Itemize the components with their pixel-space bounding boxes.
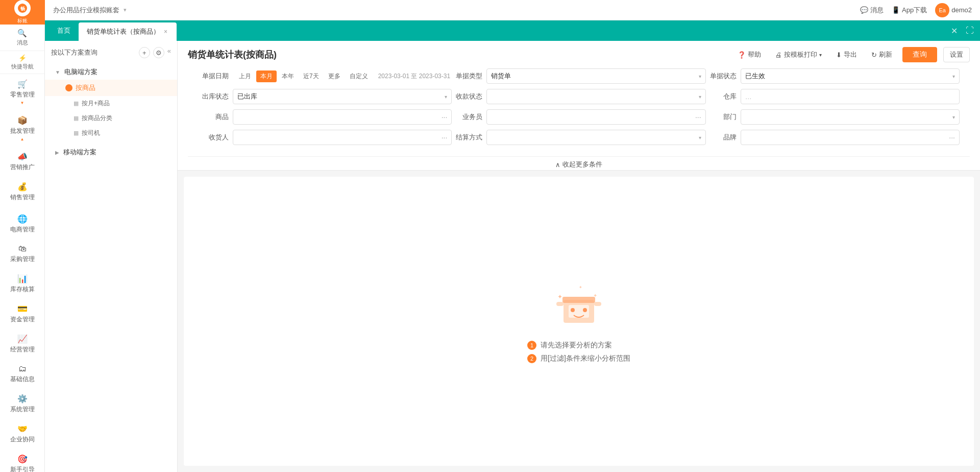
message-btn[interactable]: 💬 消息 [860, 6, 884, 15]
user-btn[interactable]: Ea demo2 [935, 3, 972, 17]
tab-home[interactable]: 首页 [49, 20, 79, 41]
window-expand-btn[interactable]: ⛶ [964, 24, 976, 37]
mobile-scheme-group: ▶ 移动端方案 [45, 143, 177, 162]
goods-dots[interactable]: ··· [442, 113, 448, 121]
filter-doc-status: 单据状态 已生效 ▾ [706, 68, 960, 84]
sidebar-item-system[interactable]: ⚙️ 系统管理 [0, 389, 44, 419]
doc-type-input[interactable]: 销货单 ▾ [486, 68, 705, 84]
window-close-btn[interactable]: ✕ [949, 24, 960, 38]
sidebar-item-newuser[interactable]: 🎯 新手引导 [0, 449, 44, 472]
date-custom-btn[interactable]: 自定义 [346, 70, 372, 82]
industry-dropdown[interactable]: ▾ [124, 7, 127, 13]
filter-salesman: 业务员 ··· [452, 109, 705, 125]
sidebar-item-operations[interactable]: 📈 经营管理 [0, 329, 44, 359]
sidebar-item-marketing[interactable]: 📣 营销推广 [0, 147, 44, 177]
date-this-year-btn[interactable]: 本年 [278, 70, 298, 82]
department-input[interactable]: ▾ [741, 109, 960, 125]
topbar-right: 💬 消息 📱 App下载 Ea demo2 [860, 3, 972, 17]
sidebar-item-wholesale[interactable]: 📦 批发管理 [0, 110, 44, 147]
warehouse-input[interactable]: … [741, 89, 960, 104]
sidebar-item-cooperation[interactable]: 🤝 企业协同 [0, 419, 44, 449]
settings-btn[interactable]: 设置 [943, 47, 970, 62]
query-btn[interactable]: 查询 [902, 47, 937, 62]
recipient-dots[interactable]: ··· [442, 133, 448, 141]
goods-input[interactable]: ··· [233, 109, 452, 125]
sidebar-item-sales[interactable]: 💰 销售管理 [0, 177, 44, 207]
filter-doc-type: 单据类型 销货单 ▾ [452, 68, 705, 84]
filter-row-2: 出库状态 已出库 ▾ 收款状态 ▾ [198, 89, 960, 104]
filter-panel-actions: + ⚙ « [139, 47, 171, 58]
page-title-row: 销货单统计表(按商品) ❓ 帮助 🖨 按模板打印 ▾ ⬇ [188, 47, 970, 62]
finance-label: 资金管理 [10, 315, 35, 324]
collapse-panel-btn[interactable]: « [167, 47, 171, 58]
export-btn[interactable]: ⬇ 导出 [832, 48, 861, 61]
scheme-item-by-goods[interactable]: 按商品 [45, 80, 177, 96]
sidebar-item-inventory[interactable]: 📊 库存核算 [0, 269, 44, 299]
scheme-item-by-driver[interactable]: ▦ 按司机 [45, 126, 177, 140]
print-label: 按模板打印 [784, 50, 817, 59]
brand-input[interactable]: ··· [741, 130, 960, 145]
sidebar-item-retail[interactable]: 🛒 零售管理 ▼ [0, 74, 44, 110]
date-more-btn[interactable]: 更多 [324, 70, 345, 82]
warehouse-label: 仓库 [706, 92, 737, 101]
sidebar: 畅 标账 🔍 消息 ⚡ 快捷导航 🛒 零售管理 ▼ 📦 批发管理 📣 营销推广 … [0, 0, 45, 472]
scheme-subitem-label1: 按月+商品 [82, 99, 110, 108]
receipt-status-label: 收款状态 [452, 92, 482, 101]
sidebar-quick-nav[interactable]: ⚡ 快捷导航 [0, 51, 44, 74]
app-download-btn[interactable]: 📱 App下载 [892, 6, 927, 15]
recipient-input[interactable]: ··· [233, 130, 452, 145]
filter-warehouse: 仓库 … [706, 89, 960, 104]
pc-scheme-title[interactable]: ▼ 电脑端方案 [45, 64, 177, 80]
sidebar-item-basic[interactable]: 🗂 基础信息 [0, 359, 44, 389]
mobile-group-label: 移动端方案 [63, 148, 96, 157]
salesman-input[interactable]: ··· [486, 109, 705, 125]
settings-label: 设置 [950, 50, 963, 59]
date-label: 单据日期 [198, 72, 229, 81]
sidebar-item-finance[interactable]: 💳 资金管理 [0, 299, 44, 329]
settings-scheme-btn[interactable]: ⚙ [153, 47, 164, 58]
empty-tips: 1 请先选择要分析的方案 2 用[过滤]条件来缩小分析范围 [527, 341, 630, 363]
out-status-value: 已出库 [237, 92, 445, 101]
user-avatar: Ea [935, 3, 949, 17]
help-icon: ❓ [738, 51, 746, 59]
scheme-item-by-month-goods[interactable]: ▦ 按月+商品 [45, 96, 177, 111]
date-last-month-btn[interactable]: 上月 [235, 70, 255, 82]
sales-icon: 💰 [17, 182, 28, 192]
sidebar-item-ecommerce[interactable]: 🌐 电商管理 [0, 209, 44, 239]
mobile-scheme-title[interactable]: ▶ 移动端方案 [45, 145, 177, 160]
out-status-input[interactable]: 已出库 ▾ [233, 89, 452, 104]
finance-icon: 💳 [17, 304, 28, 314]
operations-icon: 📈 [17, 334, 28, 344]
payment-input[interactable]: ▾ [486, 130, 705, 145]
scheme-item-by-category[interactable]: ▦ 按商品分类 [45, 111, 177, 126]
help-btn[interactable]: ❓ 帮助 [733, 48, 765, 61]
filter-row-3: 商品 ··· 业务员 ··· [198, 109, 960, 125]
brand-dots[interactable]: ··· [949, 133, 955, 141]
sidebar-search[interactable]: 🔍 消息 [0, 25, 44, 51]
tab-close-btn[interactable]: × [163, 27, 168, 36]
svg-text:✦: ✦ [579, 285, 582, 290]
mobile-group-toggle: ▶ [55, 150, 59, 155]
doc-status-label: 单据状态 [706, 72, 737, 81]
svg-rect-8 [594, 302, 601, 306]
print-btn[interactable]: 🖨 按模板打印 ▾ [771, 48, 826, 61]
app-logo[interactable]: 畅 标账 [0, 0, 45, 25]
tab-active[interactable]: 销货单统计表（按商品） × [79, 22, 177, 41]
date-last7-btn[interactable]: 近7天 [299, 70, 323, 82]
refresh-btn[interactable]: ↻ 刷新 [867, 48, 896, 61]
doc-status-input[interactable]: 已生效 ▾ [741, 68, 960, 84]
sidebar-item-purchase[interactable]: 🛍 采购管理 [0, 239, 44, 269]
salesman-dots[interactable]: ··· [695, 113, 701, 121]
collapse-more-btn[interactable]: ∧ 收起更多条件 [188, 156, 970, 170]
pc-group-label: 电脑端方案 [64, 67, 97, 77]
pc-scheme-group: ▼ 电脑端方案 按商品 ▦ 按月+商品 ▦ 按商品分类 ▦ 按司机 [45, 62, 177, 143]
goods-label: 商品 [198, 112, 229, 122]
add-scheme-btn[interactable]: + [139, 47, 150, 58]
receipt-status-input[interactable]: ▾ [486, 89, 705, 104]
date-this-month-btn[interactable]: 本月 [256, 70, 277, 82]
svg-rect-3 [562, 297, 595, 303]
date-quick-btns: 上月 本月 本年 近7天 更多 自定义 [235, 70, 372, 82]
retail-icon: 🛒 [17, 79, 28, 89]
message-icon: 💬 [860, 6, 868, 14]
filter-panel-title: 按以下方案查询 [51, 48, 97, 57]
